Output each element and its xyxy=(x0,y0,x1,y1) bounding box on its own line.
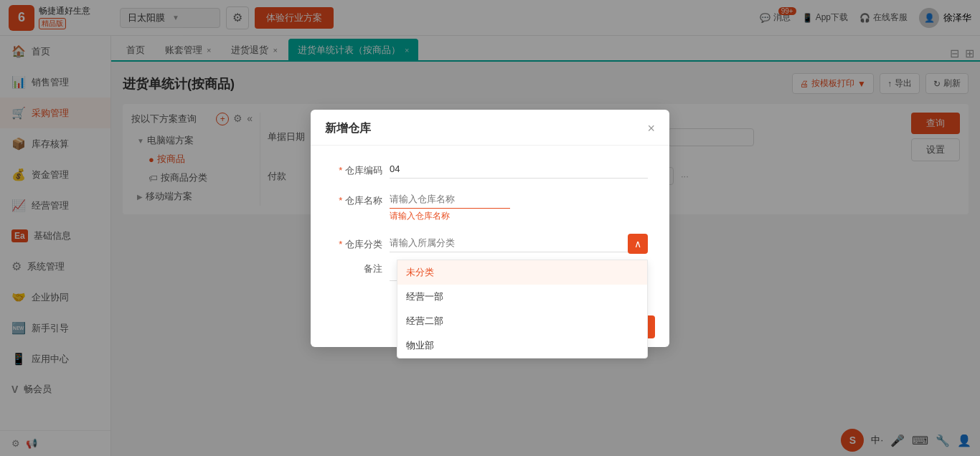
dropdown-option-1[interactable]: 经营一部 xyxy=(397,285,647,309)
form-row-name: 仓库名称 请输入仓库名称 xyxy=(332,190,648,222)
remark-label: 备注 xyxy=(332,258,390,275)
code-input[interactable] xyxy=(390,160,648,179)
dropdown-option-2[interactable]: 经营二部 xyxy=(397,309,647,333)
modal-title: 新增仓库 xyxy=(325,121,371,136)
category-dropdown-toggle[interactable]: ∧ xyxy=(628,234,648,254)
modal-overlay: 新增仓库 × 仓库编码 仓库名称 请输入仓库名称 仓库分类 xyxy=(0,0,980,456)
dropdown-option-3[interactable]: 物业部 xyxy=(397,333,647,358)
category-dropdown-list: 未分类 经营一部 经营二部 物业部 xyxy=(397,260,648,358)
name-label: 仓库名称 xyxy=(332,190,390,207)
name-error-msg: 请输入仓库名称 xyxy=(390,210,648,222)
category-input[interactable] xyxy=(390,234,648,252)
name-input[interactable] xyxy=(390,190,510,209)
modal-body: 仓库编码 仓库名称 请输入仓库名称 仓库分类 ∧ xyxy=(311,146,669,307)
form-row-code: 仓库编码 xyxy=(332,160,648,179)
form-row-category: 仓库分类 ∧ xyxy=(332,234,648,252)
dropdown-option-0[interactable]: 未分类 xyxy=(397,260,647,285)
category-dropdown-row: ∧ xyxy=(390,234,648,252)
name-input-wrapper: 请输入仓库名称 xyxy=(390,190,648,222)
modal-add-warehouse: 新增仓库 × 仓库编码 仓库名称 请输入仓库名称 仓库分类 xyxy=(311,110,669,347)
category-label: 仓库分类 xyxy=(332,234,390,251)
modal-close-button[interactable]: × xyxy=(647,122,655,135)
code-label: 仓库编码 xyxy=(332,160,390,177)
modal-header: 新增仓库 × xyxy=(311,110,669,146)
